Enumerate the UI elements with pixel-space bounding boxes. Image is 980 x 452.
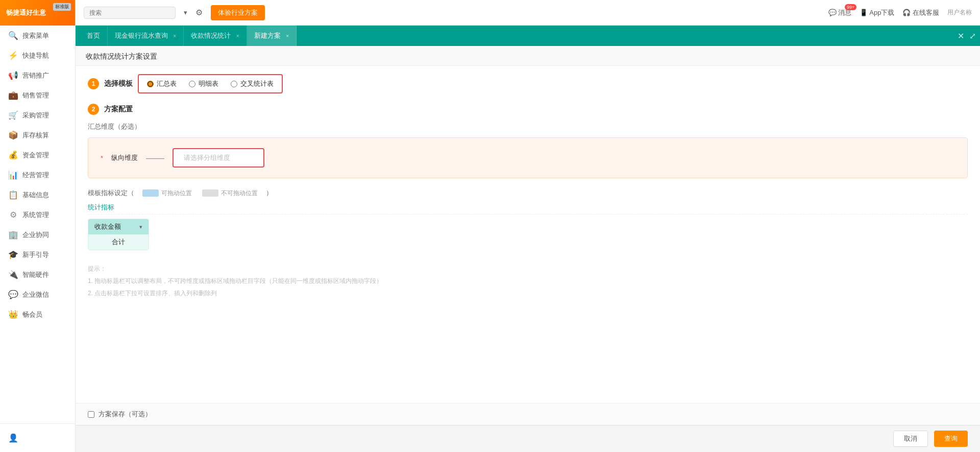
fixed-label: 不可拖动位置 <box>221 189 258 198</box>
dimension-section-label: 汇总维度（必选） <box>88 122 968 131</box>
topbar-gear-icon[interactable]: ⚙ <box>195 8 203 17</box>
search-input[interactable] <box>84 7 176 19</box>
tab-label-0: 首页 <box>87 31 100 40</box>
page: 收款情况统计方案设置 1 选择模板 汇总表 <box>76 46 980 425</box>
app-download-btn[interactable]: 📱 App下载 <box>860 8 894 17</box>
save-checkbox[interactable] <box>88 411 94 418</box>
radio-detail-label: 明细表 <box>199 79 218 88</box>
cancel-button[interactable]: 取消 <box>893 431 928 447</box>
version-badge: 标准版 <box>53 3 71 11</box>
radio-cross[interactable]: 交叉统计表 <box>231 79 274 88</box>
radio-detail-input[interactable] <box>189 81 195 87</box>
sidebar-item-bottom1[interactable]: 👤 <box>0 428 75 448</box>
user-name: 用户名称 <box>947 8 972 17</box>
sidebar-item-6[interactable]: 💰资金管理 <box>0 145 75 165</box>
step2-title: 方案配置 <box>104 105 133 114</box>
sidebar-menu: 🔍搜索菜单⚡快捷导航📢营销推广💼销售管理🛒采购管理📦库存核算💰资金管理📊经营管理… <box>0 26 75 324</box>
tab-expand-icon[interactable]: ⤢ <box>969 31 976 41</box>
fixed-color-dot <box>202 189 218 197</box>
step1-title: 选择模板 <box>104 79 133 88</box>
sidebar-item-13[interactable]: 💬企业微信 <box>0 284 75 304</box>
industry-btn[interactable]: 体验行业方案 <box>211 5 265 20</box>
bottom-icon1: 👤 <box>8 433 18 443</box>
message-badge: 99+ <box>845 4 856 10</box>
sidebar-item-4[interactable]: 🛒采购管理 <box>0 105 75 125</box>
template-radio-group: 汇总表 明细表 交叉统计表 <box>138 74 283 93</box>
movable-legend: 可拖动位置 <box>142 189 192 198</box>
save-label: 方案保存（可选） <box>99 410 152 419</box>
sidebar-icon-7: 📊 <box>8 170 18 180</box>
sidebar-item-0[interactable]: 🔍搜索菜单 <box>0 26 75 45</box>
sidebar-item-11[interactable]: 🎓新手引导 <box>0 245 75 265</box>
online-service-btn[interactable]: 🎧 在线客服 <box>902 8 939 17</box>
sidebar-icon-6: 💰 <box>8 150 18 160</box>
sidebar-label-12: 智能硬件 <box>22 270 49 279</box>
sidebar-label-5: 库存核算 <box>22 131 49 140</box>
sidebar: 畅捷通好生意 标准版 🔍搜索菜单⚡快捷导航📢营销推广💼销售管理🛒采购管理📦库存核… <box>0 0 76 452</box>
query-button[interactable]: 查询 <box>934 431 968 447</box>
sidebar-icon-0: 🔍 <box>8 31 18 40</box>
movable-label: 可拖动位置 <box>161 189 192 198</box>
step1-header: 1 选择模板 汇总表 明细表 <box>88 74 968 93</box>
topbar-dropdown[interactable]: ▾ <box>184 9 187 16</box>
breadcrumb: 收款情况统计方案设置 <box>86 52 157 60</box>
sidebar-label-11: 新手引导 <box>22 250 49 259</box>
sidebar-item-7[interactable]: 📊经营管理 <box>0 165 75 185</box>
dimension-area: * 纵向维度 —— 请选择分组维度 <box>88 137 968 178</box>
step2-num: 2 <box>88 104 99 115</box>
tab-0[interactable]: 首页 <box>80 26 108 46</box>
tip1: 1. 拖动标题栏可以调整布局，不可跨维度或指标区域拖动栏目字段（只能在同一维度或… <box>88 275 968 287</box>
message-btn[interactable]: 💬 消息 99+ <box>828 8 852 17</box>
indicator-setting-label: 模板指标设定（ <box>88 188 134 198</box>
tips-heading: 提示： <box>88 265 106 272</box>
message-icon: 💬 <box>828 9 837 16</box>
sidebar-icon-9: ⚙ <box>8 210 18 220</box>
sidebar-item-14[interactable]: 👑畅会员 <box>0 304 75 324</box>
sidebar-label-1: 快捷导航 <box>22 51 49 60</box>
tab-2[interactable]: 收款情况统计× <box>184 26 247 46</box>
content-area: 收款情况统计方案设置 1 选择模板 汇总表 <box>76 46 980 425</box>
tip2: 2. 点击标题栏下拉可设置排序、插入列和删除列 <box>88 287 968 299</box>
dimension-select[interactable]: 请选择分组维度 <box>173 148 264 168</box>
tab-3[interactable]: 新建方案× <box>247 26 297 46</box>
sidebar-icon-4: 🛒 <box>8 110 18 120</box>
dimension-arrow: —— <box>146 153 164 163</box>
step1-section: 1 选择模板 汇总表 明细表 <box>88 74 968 93</box>
sidebar-item-1[interactable]: ⚡快捷导航 <box>0 45 75 65</box>
app-download-icon: 📱 <box>860 9 868 16</box>
tips-title: 提示： <box>88 263 968 275</box>
sidebar-item-9[interactable]: ⚙系统管理 <box>0 205 75 225</box>
movable-color-dot <box>142 189 159 197</box>
dimension-row: * 纵向维度 —— 请选择分组维度 <box>101 148 955 168</box>
footer-bar: 取消 查询 <box>76 425 980 452</box>
indicator-cell-body: 合计 <box>88 234 149 250</box>
sidebar-item-2[interactable]: 📢营销推广 <box>0 65 75 85</box>
tab-close-icon[interactable]: ✕ <box>958 31 964 41</box>
close-paren: ） <box>266 188 273 198</box>
tab-1[interactable]: 现金银行流水查询× <box>108 26 184 46</box>
service-icon: 🎧 <box>902 9 911 16</box>
radio-summary-input[interactable] <box>147 81 154 87</box>
radio-cross-input[interactable] <box>231 81 237 87</box>
indicator-chevron-icon[interactable]: ▾ <box>139 224 142 230</box>
tab-close-1[interactable]: × <box>173 33 176 39</box>
sidebar-icon-11: 🎓 <box>8 250 18 259</box>
sidebar-item-12[interactable]: 🔌智能硬件 <box>0 265 75 284</box>
sidebar-label-13: 企业微信 <box>22 290 49 299</box>
sidebar-item-8[interactable]: 📋基础信息 <box>0 185 75 205</box>
indicator-cell-header[interactable]: 收款金额 ▾ <box>88 219 149 234</box>
radio-detail[interactable]: 明细表 <box>189 79 218 88</box>
sidebar-label-2: 营销推广 <box>22 71 49 80</box>
radio-summary[interactable]: 汇总表 <box>147 79 177 88</box>
tab-close-2[interactable]: × <box>236 33 239 39</box>
fixed-legend: 不可拖动位置 <box>202 189 258 198</box>
save-section: 方案保存（可选） <box>76 403 980 425</box>
tab-label-1: 现金银行流水查询 <box>115 31 168 40</box>
sidebar-item-10[interactable]: 🏢企业协同 <box>0 225 75 245</box>
sidebar-item-5[interactable]: 📦库存核算 <box>0 125 75 145</box>
tabbar-right: ✕ ⤢ <box>958 31 976 41</box>
sidebar-label-9: 系统管理 <box>22 210 49 220</box>
tab-close-3[interactable]: × <box>286 33 289 39</box>
sidebar-item-3[interactable]: 💼销售管理 <box>0 85 75 105</box>
sidebar-label-6: 资金管理 <box>22 151 49 160</box>
